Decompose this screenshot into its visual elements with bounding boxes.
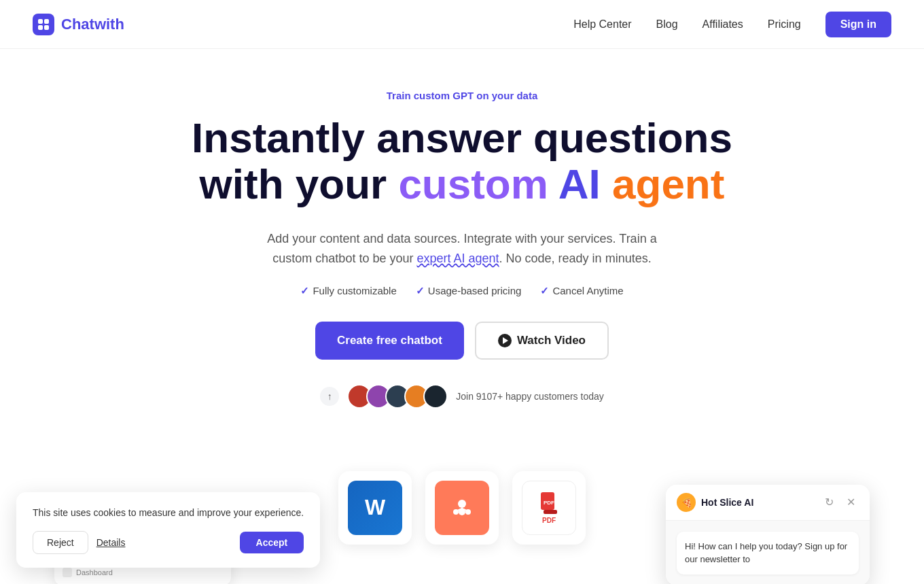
svg-rect-2 (38, 25, 43, 30)
upload-icon: ↑ (320, 387, 339, 406)
play-icon (498, 334, 512, 347)
nav-affiliates[interactable]: Affiliates (703, 18, 743, 31)
hero-tagline: Train custom GPT on your data (387, 90, 538, 101)
chat-header-left: 🍕 Hot Slice AI (677, 493, 753, 512)
hero-subtitle-text2: . No code, ready in minutes. (499, 252, 652, 265)
pdf-card: PDF PDF (512, 471, 586, 545)
cookie-text: This site uses cookies to measure and im… (33, 506, 304, 520)
nav-links: Help Center Blog Affiliates Pricing Sign… (573, 12, 891, 37)
chat-header: 🍕 Hot Slice AI ↻ ✕ (666, 485, 870, 521)
hero-checks: ✓ Fully customizable ✓ Usage-based prici… (300, 285, 623, 297)
reject-button[interactable]: Reject (33, 531, 88, 554)
chat-close-btn[interactable]: ✕ (842, 494, 859, 511)
watch-video-button[interactable]: Watch Video (475, 322, 609, 360)
chat-preview: 🍕 Hot Slice AI ↻ ✕ Hi! How can I help yo… (666, 485, 870, 584)
svg-text:PDF: PDF (544, 500, 554, 506)
check-pricing: ✓ Usage-based pricing (416, 285, 522, 297)
cookie-buttons: Reject Details Accept (33, 531, 304, 554)
social-proof-text: Join 9107+ happy customers today (456, 391, 604, 402)
check-icon-2: ✓ (416, 285, 425, 297)
create-chatbot-button[interactable]: Create free chatbot (315, 322, 464, 360)
hero-title-agent: agent (601, 160, 725, 207)
hubspot-icon (435, 481, 489, 535)
cookie-banner: This site uses cookies to measure and im… (16, 492, 320, 568)
nav-help-center[interactable]: Help Center (573, 18, 631, 31)
hero-title-ai: AI (548, 160, 601, 207)
signin-button[interactable]: Sign in (825, 12, 891, 37)
logo[interactable]: Chatwith (33, 14, 124, 35)
logo-text: Chatwith (61, 16, 124, 33)
hero-buttons: Create free chatbot Watch Video (315, 322, 609, 360)
chat-body: Hi! How can I help you today? Sign up fo… (666, 521, 870, 584)
navbar: Chatwith Help Center Blog Affiliates Pri… (0, 0, 924, 49)
pdf-icon: PDF PDF (522, 481, 576, 535)
check-icon-3: ✓ (540, 285, 549, 297)
logo-icon (33, 14, 54, 35)
hero-title-line2-prefix: with your (200, 160, 399, 207)
dashboard-label: Dashboard (76, 568, 113, 577)
hero-section: Train custom GPT on your data Instantly … (0, 49, 924, 436)
hero-title-line1: Instantly answer questions (192, 114, 732, 161)
chat-refresh-btn[interactable]: ↻ (821, 494, 837, 511)
integration-cards: W PDF (338, 471, 586, 545)
dash-icon (63, 568, 72, 577)
chat-bot-name: Hot Slice AI (701, 497, 753, 508)
watch-video-label: Watch Video (517, 334, 586, 347)
hubspot-card (425, 471, 499, 545)
pdf-label: PDF (542, 517, 556, 524)
svg-rect-0 (38, 19, 43, 24)
chat-header-actions: ↻ ✕ (821, 494, 859, 511)
hero-subtitle-link[interactable]: expert AI agent (416, 252, 499, 265)
accept-button[interactable]: Accept (240, 532, 304, 553)
hero-title-custom: custom (398, 160, 548, 207)
svg-rect-3 (44, 25, 49, 30)
customer-avatars (347, 384, 448, 409)
check-cancel: ✓ Cancel Anytime (540, 285, 623, 297)
word-icon: W (348, 481, 402, 535)
word-card: W (338, 471, 412, 545)
nav-blog[interactable]: Blog (656, 18, 678, 31)
chat-bot-icon: 🍕 (677, 493, 696, 512)
logo-svg (37, 18, 50, 31)
hero-title: Instantly answer questions with your cus… (192, 115, 732, 207)
svg-point-4 (458, 500, 466, 508)
svg-rect-12 (544, 510, 557, 514)
chat-message: Hi! How can I help you today? Sign up fo… (677, 532, 859, 574)
hero-subtitle: Add your content and data sources. Integ… (251, 229, 673, 269)
avatar-5 (423, 384, 448, 409)
hero-social: ↑ Join 9107+ happy customers today (320, 384, 604, 409)
details-button[interactable]: Details (96, 537, 126, 548)
nav-pricing[interactable]: Pricing (768, 18, 801, 31)
check-customizable: ✓ Fully customizable (300, 285, 396, 297)
svg-rect-1 (44, 19, 49, 24)
check-icon-1: ✓ (300, 285, 309, 297)
